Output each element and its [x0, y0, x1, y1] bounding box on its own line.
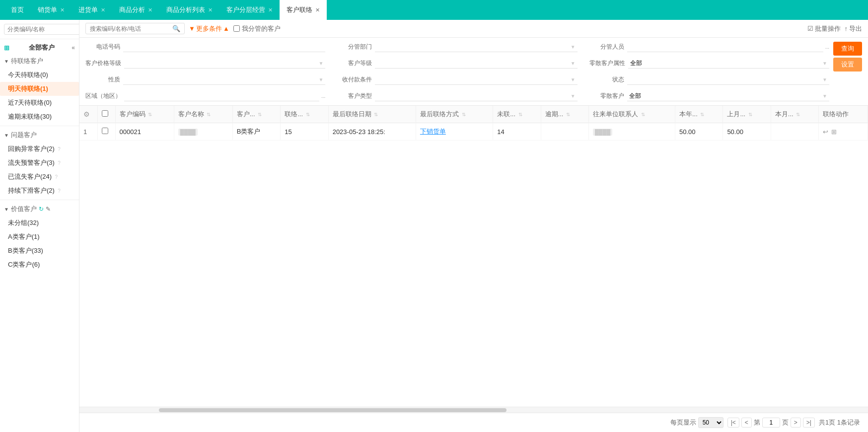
region-more-icon[interactable]: ... [321, 93, 325, 99]
sidebar-item-churn-warning[interactable]: 流失预警客户(3) ? [0, 156, 79, 170]
sidebar-item-7days[interactable]: 近7天待联络(0) [0, 96, 79, 110]
batch-ops-btn[interactable]: ☑ 批量操作 [807, 24, 841, 33]
first-page-btn[interactable]: |< [727, 418, 739, 428]
main-search-icon[interactable]: 🔍 [172, 25, 180, 32]
prev-page-btn[interactable]: < [741, 418, 752, 428]
sidebar-item-repurchase-abnormal[interactable]: 回购异常客户(2) ? [0, 142, 79, 156]
pending-contact-group[interactable]: ▼ 待联络客户 [0, 54, 79, 68]
page-unit: 页 [782, 418, 789, 427]
status-select[interactable] [627, 74, 829, 84]
sort-icon-type[interactable]: ⇅ [258, 112, 262, 117]
sort-icon-contact[interactable]: ⇅ [306, 112, 310, 117]
row-action-icons: ↩ ⊞ [819, 123, 868, 141]
sort-icon-last-method[interactable]: ⇅ [462, 112, 466, 117]
scrollbar-thumb[interactable] [159, 408, 506, 412]
last-contact-method-link[interactable]: 下销货单 [420, 128, 446, 135]
sidebar-search-area: 🔍 [0, 20, 79, 39]
payment-select-wrap: ▼ [375, 74, 577, 85]
payment-select[interactable] [375, 74, 577, 84]
nav-home[interactable]: 首页 [4, 0, 31, 20]
retail-attr-select[interactable]: 全部 [628, 58, 829, 68]
retail-customer-select[interactable]: 全部 [627, 91, 829, 101]
next-page-btn[interactable]: > [791, 418, 801, 428]
person-more-icon[interactable]: ... [825, 44, 829, 50]
row-checkbox[interactable] [102, 128, 108, 134]
nav-purchase-order[interactable]: 进货单 ✕ [72, 0, 112, 20]
my-customers-checkbox[interactable] [233, 25, 240, 32]
sidebar-item-today[interactable]: 今天待联络(0) [0, 68, 79, 82]
help-icon-3: ? [55, 174, 58, 180]
value-customers-group[interactable]: ▼ 价值客户 ↻ ✎ [0, 202, 79, 216]
row-last-contact-method: 下销货单 [416, 123, 493, 141]
sidebar-item-c-class[interactable]: C类客户(6) [0, 258, 79, 272]
dept-select[interactable] [375, 42, 577, 52]
query-button[interactable]: 查询 [833, 42, 862, 56]
retail-attr-label: 零散客户属性 [589, 59, 625, 68]
horizontal-scrollbar[interactable] [79, 407, 868, 413]
sidebar-item-churned[interactable]: 已流失客户(24) ? [0, 170, 79, 184]
sort-icon-code[interactable]: ⇅ [148, 112, 152, 117]
retail-customer-label: 零散客户 [589, 92, 624, 100]
row-contact-count: 15 [281, 123, 328, 141]
help-icon-2: ? [58, 160, 61, 166]
close-purchase-order-icon[interactable]: ✕ [101, 7, 105, 13]
sidebar-item-declining[interactable]: 持续下滑客户(2) ? [0, 184, 79, 198]
export-btn[interactable]: ↑ 导出 [845, 24, 863, 33]
close-customer-tier-icon[interactable]: ✕ [268, 7, 273, 13]
nav-sales-order[interactable]: 销货单 ✕ [31, 0, 72, 20]
person-input[interactable] [627, 42, 823, 52]
sidebar: 🔍 ⊞ 全部客户 « ▼ 待联络客户 今天待联络(0) 明天待联络(1) 近7天… [0, 20, 79, 432]
nav-product-analysis-list[interactable]: 商品分析列表 ✕ [159, 0, 219, 20]
customer-type-select-wrap: ▼ [375, 91, 577, 101]
customer-grade-select[interactable] [375, 58, 577, 68]
page-size-select[interactable]: 50 10 20 100 [698, 417, 723, 428]
action-icon-2[interactable]: ⊞ [831, 128, 837, 136]
nav-customer-contact[interactable]: 客户联络 ✕ [280, 0, 327, 20]
row-checkbox-cell [97, 123, 115, 141]
sort-icon-last-date[interactable]: ⇅ [374, 112, 378, 117]
sidebar-item-ungrouped[interactable]: 未分组(32) [0, 216, 79, 230]
sidebar-item-tomorrow[interactable]: 明天待联络(1) [0, 82, 79, 96]
gender-select[interactable] [123, 74, 325, 84]
row-last-contact-date: 2023-05-23 18:25: [328, 123, 416, 141]
region-input[interactable] [124, 91, 319, 101]
refresh-icon[interactable]: ↻ [39, 206, 44, 213]
sidebar-item-b-class[interactable]: B类客户(33) [0, 244, 79, 258]
sort-icon-last-month[interactable]: ⇅ [748, 112, 752, 117]
gender-select-wrap: ▼ [123, 74, 325, 85]
edit-icon[interactable]: ✎ [46, 206, 51, 213]
close-product-analysis-icon[interactable]: ✕ [148, 7, 152, 13]
row-code: 000021 [115, 123, 174, 141]
phone-input[interactable] [123, 42, 325, 52]
sort-icon-overdue[interactable]: ⇅ [566, 112, 570, 117]
sidebar-item-a-class[interactable]: A类客户(1) [0, 230, 79, 244]
sidebar-item-overdue[interactable]: 逾期未联络(30) [0, 110, 79, 124]
sort-icon-name[interactable]: ⇅ [207, 112, 211, 117]
value-grade-select[interactable] [124, 58, 325, 68]
last-page-btn[interactable]: >| [803, 418, 815, 428]
sidebar-search-input[interactable] [4, 24, 79, 35]
column-settings-icon[interactable]: ⚙ [83, 110, 90, 118]
collapse-sidebar-btn[interactable]: « [72, 44, 75, 51]
page-input[interactable] [762, 418, 780, 428]
main-search-input[interactable] [90, 25, 170, 32]
sort-icon-unit-contact[interactable]: ⇅ [641, 112, 645, 117]
col-customer-name: 客户名称 ⇅ [174, 106, 232, 123]
table-wrap: ⚙ 客户编码 ⇅ 客户名称 ⇅ [79, 106, 868, 407]
sort-icon-year[interactable]: ⇅ [700, 112, 704, 117]
select-all-checkbox[interactable] [102, 110, 108, 117]
my-customers-checkbox-wrap: 我分管的客户 [233, 24, 281, 33]
close-customer-contact-icon[interactable]: ✕ [315, 7, 320, 13]
col-unit-contact: 往来单位联系人 ⇅ [589, 106, 675, 123]
problem-customers-group[interactable]: ▼ 问题客户 [0, 128, 79, 142]
nav-customer-tier[interactable]: 客户分层经营 ✕ [219, 0, 280, 20]
action-icon-1[interactable]: ↩ [823, 128, 828, 136]
sort-icon-this-month[interactable]: ⇅ [796, 112, 800, 117]
more-conditions-btn[interactable]: ▼ 更多条件 ▲ [189, 24, 229, 33]
close-product-analysis-list-icon[interactable]: ✕ [208, 7, 213, 13]
customer-type-select[interactable] [375, 91, 577, 101]
sort-icon-no-contact[interactable]: ⇅ [518, 112, 522, 117]
set-button[interactable]: 设置 [833, 58, 862, 72]
nav-product-analysis[interactable]: 商品分析 ✕ [112, 0, 159, 20]
close-sales-order-icon[interactable]: ✕ [60, 7, 65, 13]
